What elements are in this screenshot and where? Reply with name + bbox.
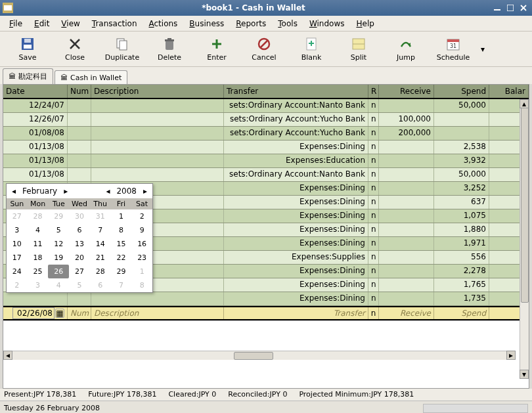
menu-edit[interactable]: Edit	[29, 18, 55, 30]
col-spend[interactable]: Spend	[434, 85, 489, 98]
calendar-day[interactable]: 6	[90, 278, 111, 292]
menu-business[interactable]: Business	[184, 18, 229, 30]
menu-file[interactable]: File	[4, 18, 28, 30]
calendar-day[interactable]: 11	[28, 237, 49, 251]
menu-reports[interactable]: Reports	[231, 18, 271, 30]
next-year[interactable]: ▸	[141, 186, 150, 196]
description-input[interactable]: Description	[91, 307, 224, 319]
h-scrollbar[interactable]	[3, 351, 516, 360]
reconcile-flag[interactable]: n	[368, 307, 379, 319]
calendar-day[interactable]: 27	[69, 265, 90, 278]
calendar-day[interactable]: 3	[7, 223, 28, 237]
calendar-day[interactable]: 5	[48, 223, 69, 237]
calendar-day[interactable]: 20	[69, 251, 90, 265]
calendar-day[interactable]: 2	[131, 209, 152, 223]
calendar-day[interactable]: 5	[69, 278, 90, 292]
col-description[interactable]: Description	[91, 85, 224, 98]
menu-transaction[interactable]: Transaction	[87, 18, 143, 30]
tab-cash-in-wallet[interactable]: 🏛Cash in Wallet	[55, 70, 127, 85]
close-button-tb[interactable]: Close	[51, 33, 99, 65]
save-button[interactable]: Save	[4, 33, 51, 65]
menu-windows[interactable]: Windows	[304, 18, 350, 30]
calendar-day[interactable]: 7	[90, 223, 111, 237]
calendar-day[interactable]: 10	[7, 237, 28, 251]
minimize-button[interactable]	[491, 3, 503, 13]
table-row[interactable]: 01/13/08Expenses:Diningn2,5382	[3, 141, 529, 154]
calendar-day[interactable]: 19	[48, 251, 69, 265]
receive-input[interactable]: Receive	[379, 307, 434, 319]
calendar-day[interactable]: 3	[28, 278, 49, 292]
col-receive[interactable]: Receive	[379, 85, 434, 98]
calendar-day[interactable]: 23	[131, 251, 152, 265]
table-row[interactable]: 01/13/08sets:Ordinary Account:Nanto Bank…	[3, 168, 529, 182]
spend-input[interactable]: Spend	[434, 307, 489, 319]
calendar-day[interactable]: 30	[69, 209, 90, 223]
delete-button[interactable]: Delete	[146, 33, 193, 65]
calendar-day[interactable]: 29	[111, 265, 132, 278]
calendar-day[interactable]: 8	[111, 223, 132, 237]
v-scroll-up[interactable]: ▴	[520, 99, 529, 108]
v-scrollbar[interactable]	[520, 99, 529, 379]
h-scroll-thumb[interactable]	[234, 352, 273, 360]
menu-actions[interactable]: Actions	[144, 18, 183, 30]
prev-year[interactable]: ◂	[103, 186, 112, 196]
v-scroll-down[interactable]: ▾	[520, 370, 529, 379]
menu-view[interactable]: View	[56, 18, 85, 30]
schedule-button[interactable]: 31Schedule	[430, 33, 477, 65]
calendar-day[interactable]: 9	[131, 223, 152, 237]
next-month[interactable]: ▸	[61, 186, 70, 196]
calendar-day[interactable]: 24	[7, 265, 28, 278]
col-num[interactable]: Num	[68, 85, 91, 98]
month-label[interactable]: February	[18, 186, 61, 196]
calendar-day[interactable]: 2	[7, 278, 28, 292]
col-date[interactable]: Date	[3, 85, 68, 98]
close-button[interactable]	[518, 3, 529, 13]
table-row[interactable]: 12/26/07sets:Ordinary Account:Yucho Bank…	[3, 113, 529, 127]
calendar-day[interactable]: 1	[131, 265, 152, 278]
calendar-day[interactable]: 6	[69, 223, 90, 237]
calendar-day[interactable]: 13	[69, 237, 90, 251]
calendar-day[interactable]: 4	[48, 278, 69, 292]
v-scroll-thumb[interactable]	[521, 106, 529, 303]
calendar-day[interactable]: 8	[131, 278, 152, 292]
calendar-day[interactable]: 1	[111, 209, 132, 223]
date-input[interactable]	[13, 308, 54, 318]
calendar-day[interactable]: 25	[28, 265, 49, 278]
calendar-day[interactable]: 31	[90, 209, 111, 223]
calendar-day[interactable]: 14	[90, 237, 111, 251]
entry-row[interactable]: ▦ Num Description Transfer n Receive Spe…	[3, 306, 529, 320]
menu-tools[interactable]: Tools	[273, 18, 303, 30]
num-input[interactable]: Num	[68, 307, 91, 319]
calendar-day[interactable]: 29	[48, 209, 69, 223]
calendar-day[interactable]: 12	[48, 237, 69, 251]
table-row[interactable]: 01/13/08Expenses:Educationn3,9322	[3, 154, 529, 168]
calendar-day[interactable]: 27	[7, 209, 28, 223]
prev-month[interactable]: ◂	[9, 186, 18, 196]
maximize-button[interactable]	[504, 3, 516, 13]
h-scroll-left[interactable]: ◂	[3, 351, 12, 360]
calendar-day[interactable]: 28	[28, 209, 49, 223]
h-scroll-right[interactable]: ▸	[506, 351, 516, 360]
col-r[interactable]: R	[368, 85, 379, 98]
enter-button[interactable]: Enter	[193, 33, 240, 65]
table-row[interactable]: 01/08/08sets:Ordinary Account:Yucho Bank…	[3, 127, 529, 141]
toolbar-overflow[interactable]: ▾	[477, 33, 489, 65]
table-row[interactable]: 12/24/07sets:Ordinary Account:Nanto Bank…	[3, 99, 529, 113]
calendar-day[interactable]: 16	[131, 237, 152, 251]
transfer-input[interactable]: Transfer	[224, 307, 368, 319]
calendar-day[interactable]: 26	[48, 265, 69, 278]
split-button[interactable]: Split	[335, 33, 382, 65]
calendar-day[interactable]: 22	[111, 251, 132, 265]
menu-help[interactable]: Help	[351, 18, 379, 30]
cancel-button[interactable]: Cancel	[240, 33, 288, 65]
blank-button[interactable]: Blank	[288, 33, 335, 65]
year-label[interactable]: 2008	[112, 186, 141, 196]
duplicate-button[interactable]: Duplicate	[99, 33, 146, 65]
calendar-button[interactable]: ▦	[55, 309, 64, 318]
calendar-day[interactable]: 4	[28, 223, 49, 237]
col-transfer[interactable]: Transfer	[224, 85, 368, 98]
calendar-day[interactable]: 7	[111, 278, 132, 292]
jump-button[interactable]: Jump	[382, 33, 430, 65]
calendar-day[interactable]: 15	[111, 237, 132, 251]
table-row[interactable]: Expenses:Diningn1,7351	[3, 292, 529, 306]
